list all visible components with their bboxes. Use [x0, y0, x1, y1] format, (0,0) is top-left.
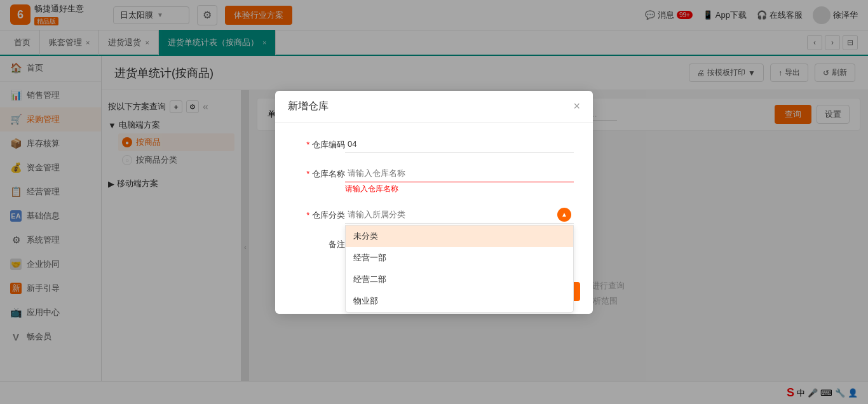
modal-header: 新增仓库 ×	[275, 91, 593, 123]
name-error: 请输入仓库名称	[345, 184, 574, 194]
category-select-wrap: ▲ 未分类 经营一部 经营二部 物业部	[345, 206, 574, 224]
category-label: 仓库分类	[294, 206, 345, 221]
code-input[interactable]	[345, 135, 574, 153]
modal-new-warehouse: 新增仓库 × 仓库编码 仓库名称 请输入仓库名称 仓库分类	[275, 91, 593, 314]
name-input-wrap: 请输入仓库名称	[345, 165, 574, 194]
form-row-code: 仓库编码	[294, 135, 574, 153]
select-arrow-up-icon[interactable]: ▲	[557, 208, 571, 222]
category-dropdown: 未分类 经营一部 经营二部 物业部	[345, 225, 574, 313]
form-row-name: 仓库名称 请输入仓库名称	[294, 165, 574, 194]
dropdown-item-2[interactable]: 经营二部	[346, 269, 573, 290]
dropdown-item-0[interactable]: 未分类	[346, 226, 573, 247]
dropdown-item-1[interactable]: 经营一部	[346, 247, 573, 269]
name-label: 仓库名称	[294, 165, 345, 180]
code-label: 仓库编码	[294, 135, 345, 151]
name-input[interactable]	[345, 165, 574, 182]
category-input[interactable]	[345, 206, 574, 224]
modal-body: 仓库编码 仓库名称 请输入仓库名称 仓库分类 ▲	[275, 123, 593, 276]
form-row-category: 仓库分类 ▲ 未分类 经营一部 经营二部 物业部	[294, 206, 574, 224]
code-input-wrap	[345, 135, 574, 153]
remark-label: 备注	[294, 235, 345, 250]
modal-title: 新增仓库	[288, 100, 329, 113]
modal-overlay: 新增仓库 × 仓库编码 仓库名称 请输入仓库名称 仓库分类	[0, 0, 868, 404]
modal-close-button[interactable]: ×	[573, 100, 580, 112]
dropdown-item-3[interactable]: 物业部	[346, 290, 573, 312]
